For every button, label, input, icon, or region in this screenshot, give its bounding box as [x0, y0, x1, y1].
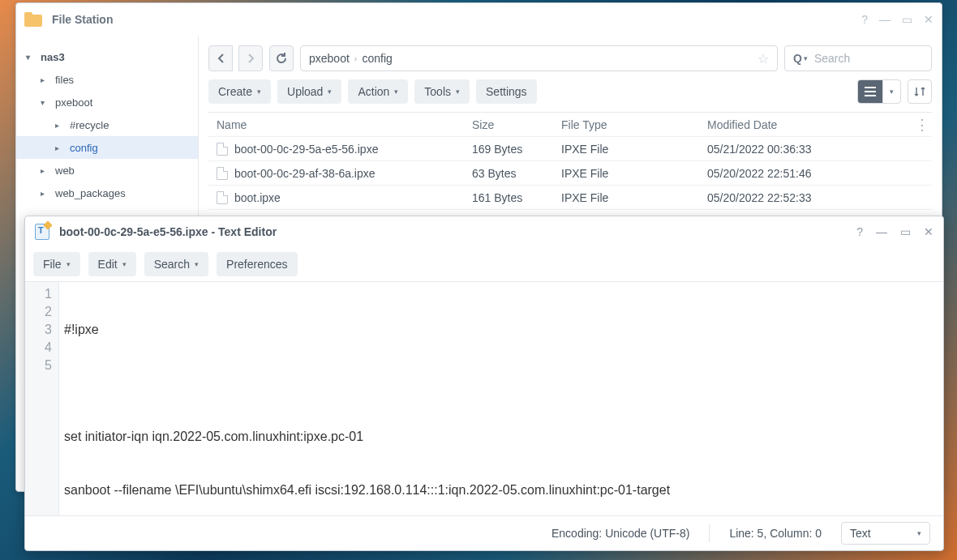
upload-button[interactable]: Upload▾ [277, 79, 341, 104]
search-menu-label: Search [154, 258, 190, 271]
chevron-down-icon: ▾ [257, 88, 261, 96]
reload-button[interactable] [269, 45, 294, 71]
code-line: #!ipxe [64, 321, 938, 339]
sort-button[interactable] [908, 79, 932, 104]
table-header: Name Size File Type Modified Date ⋮ [208, 113, 932, 137]
file-type: IPXE File [561, 191, 707, 204]
chevron-right-icon: › [354, 53, 358, 63]
create-button[interactable]: Create▾ [208, 79, 271, 104]
maximize-icon[interactable]: ▭ [902, 13, 912, 26]
file-modified: 05/21/2022 00:36:33 [707, 143, 932, 156]
reload-icon [275, 52, 288, 65]
tree-item-label: files [55, 74, 74, 86]
tree-item-pxeboot[interactable]: ▾ pxeboot [16, 91, 198, 113]
syntax-mode-select[interactable]: Text ▾ [841, 522, 930, 545]
tree-item-web-packages[interactable]: ▸ web_packages [16, 182, 198, 204]
chevron-down-icon[interactable]: ▾ [804, 54, 808, 62]
preferences-button[interactable]: Preferences [217, 252, 297, 276]
chevron-right-icon[interactable]: ▸ [41, 75, 50, 84]
close-icon[interactable]: ✕ [924, 13, 933, 26]
status-position: Line: 5, Column: 0 [729, 527, 822, 540]
nav-forward-button[interactable] [238, 45, 263, 71]
preferences-label: Preferences [226, 258, 287, 271]
tools-label: Tools [424, 85, 451, 98]
action-button[interactable]: Action▾ [348, 79, 408, 104]
help-icon[interactable]: ? [861, 13, 868, 26]
code-content[interactable]: #!ipxe set initiator-iqn iqn.2022-05.com… [59, 282, 943, 515]
file-menu-label: File [43, 258, 62, 271]
tree-item-config[interactable]: ▸ config [16, 136, 198, 159]
maximize-icon[interactable]: ▭ [900, 225, 911, 238]
file-menu[interactable]: File▾ [33, 252, 80, 276]
text-editor-icon [35, 224, 49, 240]
file-name: boot-00-0c-29-5a-e5-56.ipxe [234, 143, 378, 156]
minimize-icon[interactable]: — [879, 13, 890, 26]
chevron-down-icon: ▾ [917, 529, 921, 537]
chevron-down-icon[interactable]: ▾ [26, 53, 36, 62]
file-icon [217, 143, 228, 156]
tree-item-recycle[interactable]: ▸ #recycle [16, 113, 198, 136]
editor-area[interactable]: 12345 #!ipxe set initiator-iqn iqn.2022-… [25, 281, 943, 516]
search-input[interactable] [814, 52, 956, 65]
chevron-down-icon[interactable]: ▾ [41, 98, 50, 107]
column-options-icon[interactable]: ⋮ [912, 116, 932, 134]
file-icon [217, 191, 228, 204]
chevron-down-icon: ▾ [328, 88, 332, 96]
file-size: 169 Bytes [472, 143, 561, 156]
view-mode-toggle[interactable]: ▾ [857, 79, 901, 104]
action-label: Action [358, 85, 389, 98]
col-name[interactable]: Name [208, 118, 472, 131]
table-row[interactable]: boot.ipxe 161 Bytes IPXE File 05/20/2022… [208, 186, 932, 210]
breadcrumb[interactable]: pxeboot › config ☆ [300, 45, 778, 71]
chevron-left-icon [217, 53, 225, 63]
code-line: sanboot --filename \EFI\ubuntu\shimx64.e… [64, 481, 938, 499]
settings-button[interactable]: Settings [476, 79, 537, 104]
favorite-star-icon[interactable]: ☆ [757, 51, 769, 66]
chevron-down-icon: ▾ [195, 260, 199, 268]
list-view-icon[interactable] [858, 80, 882, 103]
tree-root-label: nas3 [41, 51, 65, 63]
edit-menu[interactable]: Edit▾ [88, 252, 136, 276]
tools-button[interactable]: Tools▾ [414, 79, 470, 104]
chevron-down-icon: ▾ [122, 260, 127, 268]
chevron-right-icon[interactable]: ▸ [55, 143, 65, 152]
line-gutter: 12345 [25, 282, 59, 515]
col-modified[interactable]: Modified Date [707, 118, 912, 131]
file-modified: 05/20/2022 22:52:33 [707, 191, 932, 204]
chevron-right-icon[interactable]: ▸ [41, 189, 50, 198]
file-type: IPXE File [561, 143, 707, 156]
nav-back-button[interactable] [208, 45, 233, 71]
col-size[interactable]: Size [472, 118, 561, 131]
status-encoding: Encoding: Unicode (UTF-8) [551, 527, 689, 540]
tree-item-web[interactable]: ▸ web [16, 159, 198, 182]
chevron-down-icon[interactable]: ▾ [882, 80, 900, 103]
settings-label: Settings [486, 85, 527, 98]
tree-item-label: config [70, 142, 98, 154]
create-label: Create [218, 85, 252, 98]
search-menu[interactable]: Search▾ [144, 252, 208, 276]
tree-root[interactable]: ▾ nas3 [16, 45, 198, 68]
sort-icon [914, 86, 925, 97]
minimize-icon[interactable]: — [876, 225, 887, 238]
file-name: boot.ipxe [234, 191, 281, 204]
col-type[interactable]: File Type [561, 118, 707, 131]
status-bar: Encoding: Unicode (UTF-8) Line: 5, Colum… [25, 516, 943, 550]
help-icon[interactable]: ? [856, 225, 863, 238]
file-name: boot-00-0c-29-af-38-6a.ipxe [234, 167, 376, 180]
chevron-right-icon[interactable]: ▸ [41, 166, 50, 175]
file-modified: 05/20/2022 22:51:46 [707, 167, 932, 180]
breadcrumb-seg[interactable]: pxeboot [309, 52, 350, 65]
chevron-right-icon[interactable]: ▸ [55, 121, 65, 130]
table-row[interactable]: boot-00-0c-29-5a-e5-56.ipxe 169 Bytes IP… [208, 137, 932, 161]
chevron-down-icon: ▾ [456, 88, 460, 96]
close-icon[interactable]: ✕ [924, 225, 933, 238]
tree-item-label: pxeboot [55, 96, 92, 109]
text-editor-titlebar[interactable]: boot-00-0c-29-5a-e5-56.ipxe - Text Edito… [25, 216, 943, 247]
breadcrumb-seg[interactable]: config [363, 52, 393, 65]
search-box[interactable]: Q ▾ [784, 45, 932, 71]
tree-item-label: web [55, 165, 75, 177]
tree-item-files[interactable]: ▸ files [16, 68, 198, 91]
tree-item-label: web_packages [55, 187, 126, 199]
table-row[interactable]: boot-00-0c-29-af-38-6a.ipxe 63 Bytes IPX… [208, 161, 932, 186]
file-station-titlebar[interactable]: File Station ? — ▭ ✕ [16, 3, 942, 36]
